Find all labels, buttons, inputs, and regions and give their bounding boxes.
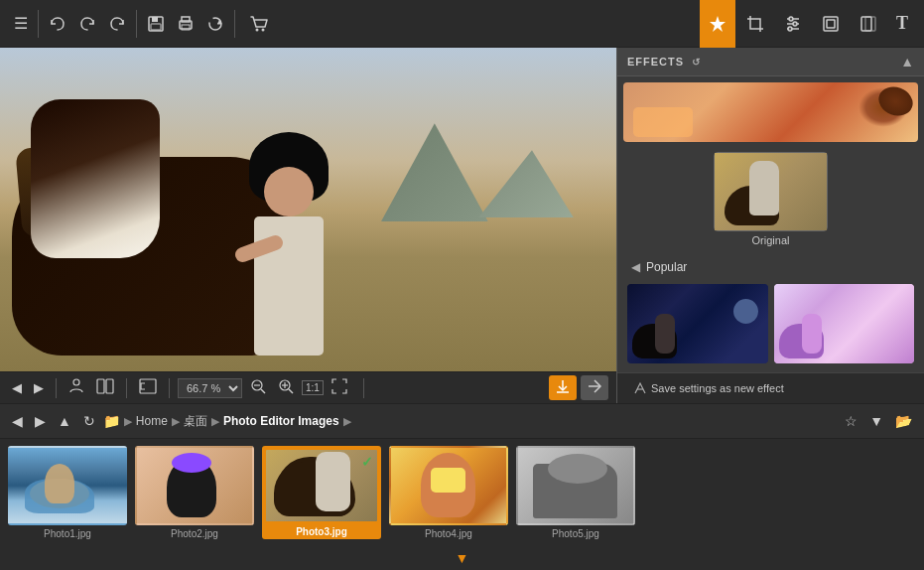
- film5-shape: [548, 454, 607, 484]
- favorite-button[interactable]: ☆: [841, 411, 861, 431]
- ratio-button[interactable]: 1:1: [302, 380, 324, 395]
- svg-point-14: [793, 22, 797, 26]
- film3-person: [316, 452, 350, 511]
- eff2-person: [802, 314, 822, 354]
- mountains-2: [466, 138, 586, 217]
- orig-person: [749, 161, 779, 215]
- up-button[interactable]: ▲: [54, 411, 75, 431]
- film-label-4: Photo4.jpg: [425, 528, 472, 539]
- toolbar-divider-3: [234, 10, 235, 38]
- svg-point-7: [256, 28, 259, 31]
- eff1-glow: [733, 299, 758, 324]
- bottom-right-buttons: [549, 375, 608, 400]
- svg-rect-19: [865, 17, 875, 31]
- panel-scroll-up[interactable]: ▲: [900, 54, 914, 70]
- effect-item-2[interactable]: [774, 284, 915, 363]
- breadcrumb-down-arrow[interactable]: ▼: [865, 411, 887, 431]
- divider-bottom-4: [363, 378, 364, 398]
- undo-button[interactable]: [43, 11, 72, 37]
- print-button[interactable]: [171, 11, 200, 37]
- zoom-out-button[interactable]: [246, 376, 270, 399]
- film-item-1[interactable]: Photo1.jpg: [8, 446, 127, 539]
- effects-header: EFFECTS ↺ ▲: [617, 48, 924, 76]
- down-arrow-icon: ▼: [456, 550, 469, 566]
- bottom-arrow-panel[interactable]: ▼: [0, 546, 924, 570]
- breadcrumb-desktop[interactable]: 桌面: [184, 413, 207, 430]
- tool-effects-button[interactable]: [700, 0, 735, 48]
- svg-rect-23: [140, 379, 156, 393]
- film-checkmark-3: ✓: [361, 454, 373, 470]
- effects-grid: [623, 280, 918, 367]
- redo-right-button[interactable]: [102, 11, 132, 37]
- nav-left-button[interactable]: ◀: [8, 378, 26, 397]
- svg-rect-17: [827, 20, 835, 28]
- original-section: Original: [623, 148, 918, 250]
- effect-thumb-1: [627, 284, 768, 363]
- breadcrumb-sep-3: ▶: [211, 415, 219, 428]
- tool-frame-button[interactable]: [813, 0, 849, 48]
- effects-scroll-area[interactable]: Original ◀ Popular: [617, 76, 924, 372]
- svg-marker-9: [710, 16, 726, 32]
- download-button[interactable]: [549, 375, 577, 400]
- rotate-button[interactable]: [200, 11, 230, 37]
- svg-rect-4: [182, 17, 190, 22]
- tool-text-button[interactable]: T: [888, 0, 916, 48]
- filmstrip: Photo1.jpg Photo2.jpg ✓ Photo3.jpg Photo…: [0, 439, 924, 546]
- zoom-in-button[interactable]: [274, 376, 298, 399]
- share-button[interactable]: [581, 375, 608, 400]
- original-thumbnail: [714, 152, 828, 231]
- film-label-5: Photo5.jpg: [552, 528, 599, 539]
- tool-buttons-group: T: [700, 0, 916, 48]
- zoom-select[interactable]: 25% 50% 66.7 % 75% 100% 150%: [178, 378, 242, 398]
- nav-right-button[interactable]: ▶: [30, 378, 48, 397]
- eff1-person: [655, 314, 675, 354]
- film-item-3[interactable]: ✓ Photo3.jpg: [262, 446, 381, 539]
- person-icon-button[interactable]: [65, 376, 88, 399]
- effect-item-1[interactable]: [627, 284, 768, 363]
- fullscreen-toggle-button[interactable]: [135, 376, 161, 399]
- svg-rect-18: [861, 17, 871, 31]
- person-figure: [234, 137, 353, 356]
- popular-collapse-arrow: ◀: [631, 260, 640, 274]
- breadcrumb-bar: ◀ ▶ ▲ ↻ 📁 ▶ Home ▶ 桌面 ▶ Photo Editor Ima…: [0, 403, 924, 439]
- refresh-button[interactable]: ↻: [79, 411, 99, 431]
- tool-adjust-button[interactable]: [775, 0, 811, 48]
- breadcrumb-home[interactable]: Home: [136, 414, 168, 428]
- person-head: [264, 167, 314, 216]
- film-thumb-3: ✓: [264, 448, 379, 523]
- save-button[interactable]: [141, 11, 171, 37]
- popular-label: Popular: [646, 260, 687, 274]
- menu-button[interactable]: ☰: [8, 10, 34, 37]
- forward-button[interactable]: ▶: [31, 411, 50, 431]
- canvas-column: ◀ ▶ 25% 50% 66.7 % 75%: [0, 48, 616, 403]
- film-thumb-5: [516, 446, 635, 525]
- breadcrumb-sep-1: ▶: [124, 415, 132, 428]
- film-label-3: Photo3.jpg: [296, 526, 347, 537]
- effects-reset-icon[interactable]: ↺: [692, 57, 701, 68]
- tool-overlay-button[interactable]: [851, 0, 886, 48]
- save-effect-button[interactable]: Save settings as new effect: [625, 379, 792, 397]
- svg-line-26: [261, 389, 265, 393]
- cart-button[interactable]: [243, 10, 275, 38]
- breadcrumb-sep-4: ▶: [343, 415, 351, 428]
- fit-expand-button[interactable]: [328, 376, 351, 399]
- svg-point-15: [788, 27, 792, 31]
- compare-view-button[interactable]: [92, 376, 118, 399]
- popular-section-header[interactable]: ◀ Popular: [623, 254, 918, 280]
- film4-hat: [431, 468, 465, 493]
- breadcrumb-right: ☆ ▼ 📂: [841, 411, 916, 431]
- film-item-4[interactable]: Photo4.jpg: [389, 446, 508, 539]
- effect-thumb-2: [774, 284, 915, 363]
- svg-rect-21: [97, 379, 104, 393]
- tool-crop-button[interactable]: [737, 0, 773, 48]
- film-thumb-1: [8, 446, 127, 525]
- film-item-5[interactable]: Photo5.jpg: [516, 446, 635, 539]
- canvas-main[interactable]: [0, 48, 616, 371]
- back-button[interactable]: ◀: [8, 411, 27, 431]
- photo-scene: [0, 48, 616, 371]
- film-item-2[interactable]: Photo2.jpg: [135, 446, 254, 539]
- open-folder-button[interactable]: 📂: [891, 411, 916, 431]
- breadcrumb-current[interactable]: Photo Editor Images: [223, 414, 339, 428]
- redo-left-button[interactable]: [72, 11, 102, 37]
- original-item[interactable]: Original: [714, 152, 828, 246]
